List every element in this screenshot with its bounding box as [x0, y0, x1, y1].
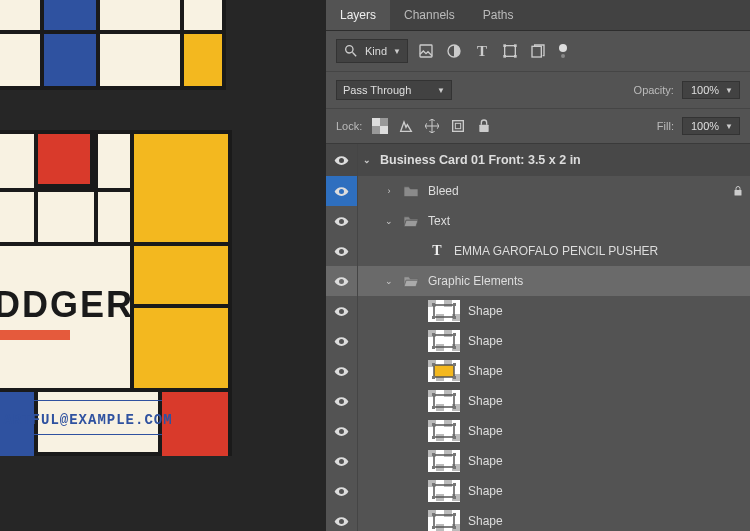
lock-indicator[interactable]: [726, 185, 750, 197]
visibility-toggle[interactable]: [326, 144, 358, 176]
svg-rect-67: [444, 450, 452, 457]
folder-open-icon: [402, 214, 420, 228]
svg-rect-22: [453, 303, 456, 306]
layer-row-shape[interactable]: Shape: [326, 386, 750, 416]
visibility-toggle[interactable]: [326, 176, 358, 206]
lock-all-icon[interactable]: [474, 117, 494, 135]
business-card-front[interactable]: DDGER :ARTFUL@EXAMPLE.COM: [0, 130, 232, 456]
disclosure-down-icon[interactable]: ⌄: [362, 155, 372, 165]
lock-artboard-icon[interactable]: [448, 117, 468, 135]
layer-row-shape[interactable]: Shape: [326, 446, 750, 476]
canvas-area[interactable]: DDGER :ARTFUL@EXAMPLE.COM: [0, 0, 326, 531]
svg-rect-81: [432, 483, 435, 486]
shape-thumbnail: [428, 360, 460, 382]
layer-label: EMMA GAROFALO PENCIL PUSHER: [454, 244, 658, 258]
filter-adjustment-icon[interactable]: [444, 42, 464, 60]
layer-row-shape[interactable]: Shape: [326, 506, 750, 531]
shape-thumbnail: [428, 390, 460, 412]
shape-thumbnail: [428, 300, 460, 322]
layer-label: Shape: [468, 454, 503, 468]
fill-input[interactable]: 100%▼: [682, 117, 740, 135]
svg-rect-82: [453, 483, 456, 486]
visibility-toggle[interactable]: [326, 326, 358, 356]
svg-rect-54: [453, 406, 456, 409]
filter-shape-icon[interactable]: [500, 42, 520, 60]
visibility-toggle[interactable]: [326, 266, 358, 296]
shape-thumbnail: [428, 510, 460, 531]
visibility-toggle[interactable]: [326, 476, 358, 506]
svg-rect-73: [432, 466, 435, 469]
visibility-toggle[interactable]: [326, 416, 358, 446]
layer-row-graphic-elements[interactable]: ⌄ Graphic Elements: [326, 266, 750, 296]
tab-layers[interactable]: Layers: [326, 0, 390, 30]
svg-rect-57: [444, 420, 452, 427]
fill-label: Fill:: [657, 120, 674, 132]
layer-filter-bar: Kind ▼ T: [326, 31, 750, 72]
svg-rect-40: [434, 365, 454, 377]
lock-position-icon[interactable]: [422, 117, 442, 135]
layer-row-shape[interactable]: Shape: [326, 296, 750, 326]
svg-rect-27: [444, 330, 452, 337]
layer-row-text[interactable]: T EMMA GAROFALO PENCIL PUSHER: [326, 236, 750, 266]
filter-kind-label: Kind: [365, 45, 387, 57]
svg-rect-84: [453, 496, 456, 499]
svg-rect-9: [372, 118, 380, 126]
disclosure-right-icon[interactable]: ›: [384, 186, 394, 196]
business-card-top-fragment[interactable]: [0, 0, 226, 90]
layer-label: Shape: [468, 424, 503, 438]
layer-row-shape[interactable]: Shape: [326, 326, 750, 356]
visibility-toggle[interactable]: [326, 446, 358, 476]
visibility-toggle[interactable]: [326, 206, 358, 236]
filter-type-icon[interactable]: T: [472, 42, 492, 60]
tab-paths[interactable]: Paths: [469, 0, 528, 30]
svg-rect-94: [453, 526, 456, 529]
svg-rect-83: [432, 496, 435, 499]
svg-rect-7: [532, 46, 541, 57]
svg-rect-44: [453, 376, 456, 379]
filter-toggle-switch[interactable]: [556, 41, 570, 61]
filter-smartobject-icon[interactable]: [528, 42, 548, 60]
visibility-toggle[interactable]: [326, 236, 358, 266]
shape-thumbnail: [428, 480, 460, 502]
visibility-toggle[interactable]: [326, 296, 358, 326]
layer-row-shape[interactable]: Shape: [326, 476, 750, 506]
visibility-toggle[interactable]: [326, 386, 358, 416]
lock-pixels-icon[interactable]: [396, 117, 416, 135]
tab-channels[interactable]: Channels: [390, 0, 469, 30]
lock-label: Lock:: [336, 120, 362, 132]
card-title-text[interactable]: DDGER: [0, 284, 134, 326]
lock-transparency-icon[interactable]: [370, 117, 390, 135]
filter-kind-dropdown[interactable]: Kind ▼: [336, 39, 408, 63]
visibility-toggle[interactable]: [326, 506, 358, 531]
blend-mode-dropdown[interactable]: Pass Through ▼: [336, 80, 452, 100]
card-email-text[interactable]: :ARTFUL@EXAMPLE.COM: [0, 412, 173, 428]
opacity-input[interactable]: 100%▼: [682, 81, 740, 99]
svg-rect-2: [505, 46, 516, 57]
blend-mode-bar: Pass Through ▼ Opacity: 100%▼: [326, 72, 750, 109]
shape-thumbnail: [428, 450, 460, 472]
svg-rect-43: [432, 376, 435, 379]
disclosure-down-icon[interactable]: ⌄: [384, 276, 394, 286]
folder-open-icon: [402, 274, 420, 288]
svg-rect-92: [453, 513, 456, 516]
layer-group-header[interactable]: ⌄ Business Card 01 Front: 3.5 x 2 in: [326, 144, 750, 176]
svg-rect-34: [453, 346, 456, 349]
layer-row-shape[interactable]: Shape: [326, 416, 750, 446]
layer-label: Text: [428, 214, 450, 228]
chevron-down-icon: ▼: [393, 47, 401, 56]
visibility-toggle[interactable]: [326, 356, 358, 386]
svg-rect-10: [380, 126, 388, 134]
layers-list[interactable]: ⌄ Business Card 01 Front: 3.5 x 2 in › B…: [326, 144, 750, 531]
svg-rect-17: [444, 300, 452, 307]
layer-row-bleed[interactable]: › Bleed: [326, 176, 750, 206]
layer-row-text-group[interactable]: ⌄ Text: [326, 206, 750, 236]
search-icon: [343, 43, 359, 59]
disclosure-down-icon[interactable]: ⌄: [384, 216, 394, 226]
svg-rect-53: [432, 406, 435, 409]
svg-rect-91: [432, 513, 435, 516]
svg-rect-62: [453, 423, 456, 426]
layer-row-shape[interactable]: Shape: [326, 356, 750, 386]
filter-pixel-icon[interactable]: [416, 42, 436, 60]
svg-rect-11: [453, 121, 464, 132]
folder-icon: [402, 184, 420, 198]
